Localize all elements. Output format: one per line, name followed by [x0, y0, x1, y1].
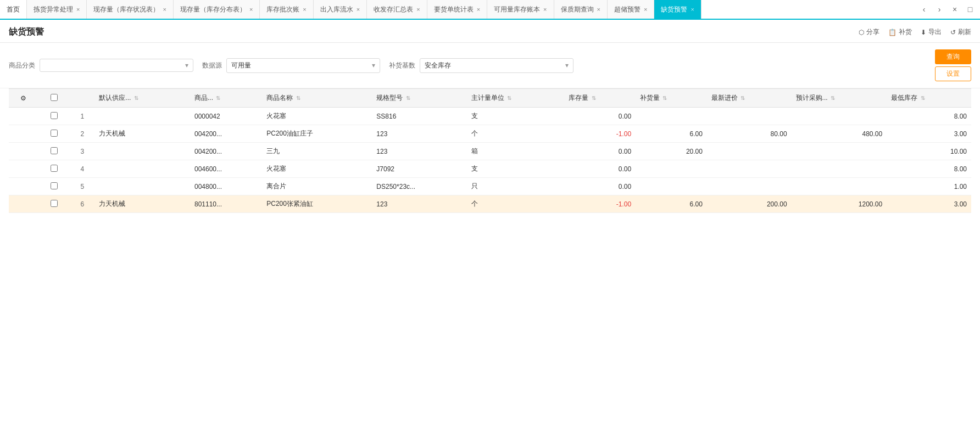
select-all-checkbox[interactable]	[51, 94, 58, 101]
tab-inout[interactable]: 出入库流水 ×	[314, 0, 367, 19]
tab-order-stat[interactable]: 要货单统计表 ×	[427, 0, 487, 19]
row-checkbox-3[interactable]	[51, 165, 58, 172]
row-stock-4: 0.00	[564, 178, 636, 195]
row-checkbox-0[interactable]	[51, 112, 58, 119]
column-spec[interactable]: 规格型号 ⇅	[372, 89, 466, 108]
header-actions: ⬡ 分享 📋 补货 ⬇ 导出 ↺ 刷新	[859, 27, 971, 37]
row-gear-5	[9, 195, 38, 213]
tab-batch[interactable]: 库存批次账 ×	[260, 0, 313, 19]
column-restock[interactable]: 补货量 ⇅	[636, 89, 707, 108]
row-min-stock-1: 3.00	[887, 125, 971, 143]
tab-close-stock-dist[interactable]: ×	[249, 6, 253, 13]
row-min-stock-4: 1.00	[887, 178, 971, 195]
category-select[interactable]: ▾	[40, 59, 193, 72]
tab-abnormal[interactable]: 拣货异常处理 ×	[27, 0, 87, 19]
row-unit-0: 支	[467, 108, 565, 125]
settings-button[interactable]: 设置	[935, 66, 971, 81]
row-gear-2	[9, 143, 38, 160]
row-num-1: 2	[70, 125, 94, 143]
tab-overstock[interactable]: 超储预警 ×	[608, 0, 654, 19]
table-row[interactable]: 2 力天机械 004200... PC200油缸庄子 123 个 -1.00 6…	[9, 125, 971, 143]
row-unit-2: 箱	[467, 143, 565, 160]
tab-home[interactable]: 首页	[0, 0, 27, 19]
tab-shortage[interactable]: 缺货预警 ×	[654, 0, 701, 19]
tab-expiry[interactable]: 保质期查询 ×	[554, 0, 608, 19]
row-supplier-4	[94, 178, 190, 195]
tab-close-overstock[interactable]: ×	[644, 6, 647, 13]
tab-close-stock-status[interactable]: ×	[163, 6, 166, 13]
row-checkbox-1[interactable]	[51, 130, 58, 137]
category-filter-group: 商品分类 ▾	[9, 59, 193, 72]
row-checkbox-cell-2	[38, 143, 70, 160]
tab-close-receipt[interactable]: ×	[416, 6, 420, 13]
tab-receipt[interactable]: 收发存汇总表 ×	[367, 0, 427, 19]
column-min-stock[interactable]: 最低库存 ⇅	[887, 89, 971, 108]
tab-close-expiry[interactable]: ×	[597, 6, 600, 13]
row-checkbox-cell-1	[38, 125, 70, 143]
data-table: ⚙ 默认供应... ⇅ 商品... ⇅ 商品名称 ⇅	[9, 88, 971, 213]
row-latest-price-0	[707, 108, 792, 125]
restock-button[interactable]: 📋 补货	[888, 27, 912, 37]
tab-close-order-stat[interactable]: ×	[477, 6, 480, 13]
tab-bar: 首页 拣货异常处理 × 现存量（库存状况表） × 现存量（库存分布表） × 库存…	[0, 0, 980, 20]
sort-min-stock-icon: ⇅	[921, 95, 925, 101]
row-checkbox-5[interactable]	[51, 200, 58, 207]
tab-close-available[interactable]: ×	[543, 6, 547, 13]
column-gear[interactable]: ⚙	[9, 89, 38, 108]
tab-available[interactable]: 可用量库存账本 ×	[487, 0, 554, 19]
column-name[interactable]: 商品名称 ⇅	[262, 89, 372, 108]
sort-supplier-icon: ⇅	[134, 95, 138, 101]
filter-bar: 商品分类 ▾ 数据源 可用量 ▾ 补货基数 安全库存 ▾ 查询 设置	[0, 43, 980, 88]
row-est-purchase-1: 480.00	[792, 125, 887, 143]
row-num-3: 4	[70, 160, 94, 178]
tab-stock-dist[interactable]: 现存量（库存分布表） ×	[174, 0, 260, 19]
row-num-0: 1	[70, 108, 94, 125]
tab-stock-status[interactable]: 现存量（库存状况表） ×	[87, 0, 173, 19]
column-code[interactable]: 商品... ⇅	[190, 89, 262, 108]
share-button[interactable]: ⬡ 分享	[859, 27, 879, 37]
row-num-5: 6	[70, 195, 94, 213]
row-spec-3: J7092	[372, 160, 466, 178]
row-min-stock-2: 10.00	[887, 143, 971, 160]
tab-close-inout[interactable]: ×	[357, 6, 360, 13]
row-name-5: PC200张紧油缸	[262, 195, 372, 213]
table-row[interactable]: 5 004800... 离合片 DS250*23c... 只 0.00 1.00	[9, 178, 971, 195]
tab-close-batch[interactable]: ×	[303, 6, 306, 13]
tab-close-abnormal[interactable]: ×	[76, 6, 80, 13]
restock-base-select[interactable]: 安全库存 ▾	[420, 58, 573, 73]
tab-controls: ‹ › × □	[916, 2, 980, 17]
column-stock[interactable]: 库存量 ⇅	[564, 89, 636, 108]
tab-next-button[interactable]: ›	[932, 2, 947, 17]
tab-close-shortage[interactable]: ×	[691, 6, 694, 13]
tab-prev-button[interactable]: ‹	[916, 2, 932, 17]
refresh-button[interactable]: ↺ 刷新	[950, 27, 971, 37]
column-latest-price[interactable]: 最新进价 ⇅	[707, 89, 792, 108]
tab-expand-button[interactable]: □	[962, 2, 978, 17]
column-supplier[interactable]: 默认供应... ⇅	[94, 89, 190, 108]
row-restock-1: 6.00	[636, 125, 707, 143]
restock-base-select-value: 安全库存	[425, 61, 451, 70]
row-code-1: 004200...	[190, 125, 262, 143]
row-checkbox-2[interactable]	[51, 147, 58, 154]
table-header-row: ⚙ 默认供应... ⇅ 商品... ⇅ 商品名称 ⇅	[9, 89, 971, 108]
row-checkbox-4[interactable]	[51, 182, 58, 189]
row-min-stock-5: 3.00	[887, 195, 971, 213]
datasource-select[interactable]: 可用量 ▾	[226, 58, 380, 73]
column-unit[interactable]: 主计量单位 ⇅	[467, 89, 565, 108]
sort-latest-price-icon: ⇅	[740, 95, 745, 101]
row-code-2: 004200...	[190, 143, 262, 160]
table-row[interactable]: 3 004200... 三九 123 箱 0.00 20.00 10.00	[9, 143, 971, 160]
page-content: 缺货预警 ⬡ 分享 📋 补货 ⬇ 导出 ↺ 刷新 商品分类	[0, 20, 980, 437]
row-latest-price-5: 200.00	[707, 195, 792, 213]
row-checkbox-cell-4	[38, 178, 70, 195]
table-row[interactable]: 4 004600... 火花塞 J7092 支 0.00 8.00	[9, 160, 971, 178]
category-label: 商品分类	[9, 61, 35, 70]
query-button[interactable]: 查询	[935, 49, 971, 64]
tab-close-all-button[interactable]: ×	[947, 2, 962, 17]
column-est-purchase[interactable]: 预计采购... ⇅	[792, 89, 887, 108]
table-row[interactable]: 6 力天机械 801110... PC200张紧油缸 123 个 -1.00 6…	[9, 195, 971, 213]
row-name-0: 火花塞	[262, 108, 372, 125]
export-button[interactable]: ⬇ 导出	[921, 27, 942, 37]
column-checkbox	[38, 89, 70, 108]
table-row[interactable]: 1 0000042 火花塞 SS816 支 0.00 8.00	[9, 108, 971, 125]
